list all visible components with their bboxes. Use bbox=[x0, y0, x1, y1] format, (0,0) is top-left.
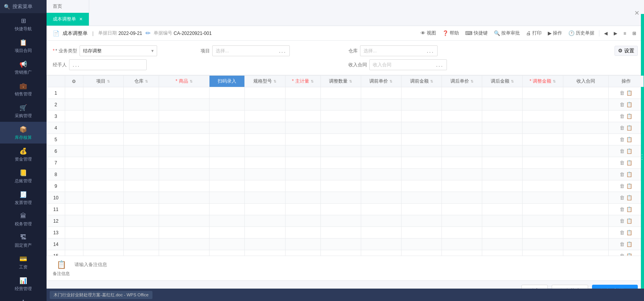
cell-action[interactable]: 🗑📋 bbox=[608, 180, 644, 192]
sidebar-item-inventory-calc[interactable]: 📦库存核算 bbox=[0, 122, 47, 144]
cell-action[interactable]: 🗑📋 bbox=[608, 227, 644, 239]
cell-after_amt[interactable] bbox=[482, 192, 523, 204]
cell-adj_qty[interactable] bbox=[320, 227, 361, 239]
th-spec[interactable]: 规格型号⇅ bbox=[245, 76, 285, 87]
cell-scan[interactable] bbox=[209, 169, 245, 180]
cell-after_price[interactable] bbox=[442, 134, 482, 145]
sidebar-item-purchase-mgmt[interactable]: 🛒采购管理 bbox=[0, 100, 47, 122]
cell-before_price[interactable] bbox=[361, 180, 401, 192]
cell-before_amt[interactable] bbox=[401, 134, 441, 145]
cell-unit[interactable] bbox=[285, 157, 320, 169]
toolbar-nav-prev[interactable]: ◀ bbox=[602, 30, 609, 37]
cell-project[interactable] bbox=[83, 99, 123, 111]
cell-action[interactable]: 🗑📋 bbox=[608, 99, 644, 111]
cell-income_contract[interactable] bbox=[563, 134, 608, 145]
cell-before_price[interactable] bbox=[361, 122, 401, 134]
delete-icon[interactable]: 🗑 bbox=[620, 125, 625, 131]
copy-icon[interactable]: 📋 bbox=[626, 160, 632, 166]
th-adj_qty[interactable]: 调整数量⇅ bbox=[320, 76, 361, 87]
cell-after_price[interactable] bbox=[442, 87, 482, 99]
cell-adj_amt[interactable] bbox=[523, 180, 563, 192]
cell-scan[interactable] bbox=[209, 99, 245, 111]
th-project[interactable]: 项目⇅ bbox=[83, 76, 123, 87]
cell-adj_amt[interactable] bbox=[523, 111, 563, 122]
sidebar-item-sales-promo[interactable]: 📢营销推广 bbox=[0, 57, 47, 78]
cell-spec[interactable] bbox=[245, 250, 285, 256]
cell-action[interactable]: 🗑📋 bbox=[608, 250, 644, 256]
cell-unit[interactable] bbox=[285, 215, 320, 227]
cell-adj_qty[interactable] bbox=[320, 134, 361, 145]
cell-action[interactable]: 🗑📋 bbox=[608, 204, 644, 215]
cell-after_price[interactable] bbox=[442, 145, 482, 157]
copy-icon[interactable]: 📋 bbox=[626, 230, 632, 235]
cell-adj_amt[interactable] bbox=[523, 250, 563, 256]
cell-adj_amt[interactable] bbox=[523, 227, 563, 239]
cell-project[interactable] bbox=[83, 157, 123, 169]
cell-warehouse[interactable] bbox=[123, 180, 159, 192]
cell-after_price[interactable] bbox=[442, 122, 482, 134]
cell-adj_qty[interactable] bbox=[320, 250, 361, 256]
cell-project[interactable] bbox=[83, 169, 123, 180]
cell-project[interactable] bbox=[83, 215, 123, 227]
toolbar-nav-next[interactable]: ▶ bbox=[612, 30, 619, 37]
cell-before_amt[interactable] bbox=[401, 111, 441, 122]
cell-unit[interactable] bbox=[285, 250, 320, 256]
delete-icon[interactable]: 🗑 bbox=[620, 206, 625, 212]
delete-icon[interactable]: 🗑 bbox=[620, 253, 625, 256]
cell-spec[interactable] bbox=[245, 215, 285, 227]
cell-scan[interactable] bbox=[209, 145, 245, 157]
cell-before_amt[interactable] bbox=[401, 145, 441, 157]
cell-warehouse[interactable] bbox=[123, 99, 159, 111]
cell-gear[interactable] bbox=[65, 157, 83, 169]
cell-goods[interactable] bbox=[159, 99, 209, 111]
cell-unit[interactable] bbox=[285, 169, 320, 180]
cell-action[interactable]: 🗑📋 bbox=[608, 215, 644, 227]
cell-project[interactable] bbox=[83, 111, 123, 122]
cell-scan[interactable] bbox=[209, 122, 245, 134]
delete-icon[interactable]: 🗑 bbox=[620, 160, 625, 166]
cell-warehouse[interactable] bbox=[123, 250, 159, 256]
warehouse-input[interactable]: 选择... ... bbox=[360, 45, 438, 56]
cell-gear[interactable] bbox=[65, 134, 83, 145]
cell-spec[interactable] bbox=[245, 122, 285, 134]
cell-before_price[interactable] bbox=[361, 192, 401, 204]
copy-icon[interactable]: 📋 bbox=[626, 218, 632, 224]
cell-warehouse[interactable] bbox=[123, 227, 159, 239]
cell-warehouse[interactable] bbox=[123, 134, 159, 145]
cell-project[interactable] bbox=[83, 227, 123, 239]
cell-adj_amt[interactable] bbox=[523, 169, 563, 180]
cell-before_price[interactable] bbox=[361, 99, 401, 111]
toolbar-hotkey-btn[interactable]: ⌨ 快捷键 bbox=[464, 29, 489, 37]
cell-unit[interactable] bbox=[285, 99, 320, 111]
delete-icon[interactable]: 🗑 bbox=[620, 195, 625, 201]
toolbar-print-btn[interactable]: 🖨 打印 bbox=[525, 29, 543, 37]
cell-warehouse[interactable] bbox=[123, 192, 159, 204]
th-unit[interactable]: * 主计量⇅ bbox=[285, 76, 320, 87]
sidebar-item-tax-mgmt[interactable]: 🏛税务管理 bbox=[0, 209, 47, 230]
cell-spec[interactable] bbox=[245, 204, 285, 215]
cell-project[interactable] bbox=[83, 204, 123, 215]
cell-after_amt[interactable] bbox=[482, 99, 523, 111]
cell-adj_amt[interactable] bbox=[523, 134, 563, 145]
cell-project[interactable] bbox=[83, 180, 123, 192]
cell-scan[interactable] bbox=[209, 227, 245, 239]
cell-after_amt[interactable] bbox=[482, 239, 523, 250]
cell-warehouse[interactable] bbox=[123, 169, 159, 180]
cell-gear[interactable] bbox=[65, 87, 83, 99]
toolbar-history-btn[interactable]: 🕐 历史单据 bbox=[567, 29, 596, 37]
cell-before_price[interactable] bbox=[361, 227, 401, 239]
copy-icon[interactable]: 📋 bbox=[626, 206, 632, 212]
cell-adj_qty[interactable] bbox=[320, 215, 361, 227]
cell-adj_qty[interactable] bbox=[320, 122, 361, 134]
cell-goods[interactable] bbox=[159, 169, 209, 180]
cell-after_price[interactable] bbox=[442, 99, 482, 111]
copy-icon[interactable]: 📋 bbox=[626, 183, 632, 189]
cell-income_contract[interactable] bbox=[563, 111, 608, 122]
cell-before_amt[interactable] bbox=[401, 99, 441, 111]
cell-before_amt[interactable] bbox=[401, 239, 441, 250]
cell-after_amt[interactable] bbox=[482, 134, 523, 145]
cell-project[interactable] bbox=[83, 145, 123, 157]
cell-goods[interactable] bbox=[159, 111, 209, 122]
cell-income_contract[interactable] bbox=[563, 215, 608, 227]
sidebar-item-ops-mgmt[interactable]: 📊经营管理 bbox=[0, 273, 47, 295]
